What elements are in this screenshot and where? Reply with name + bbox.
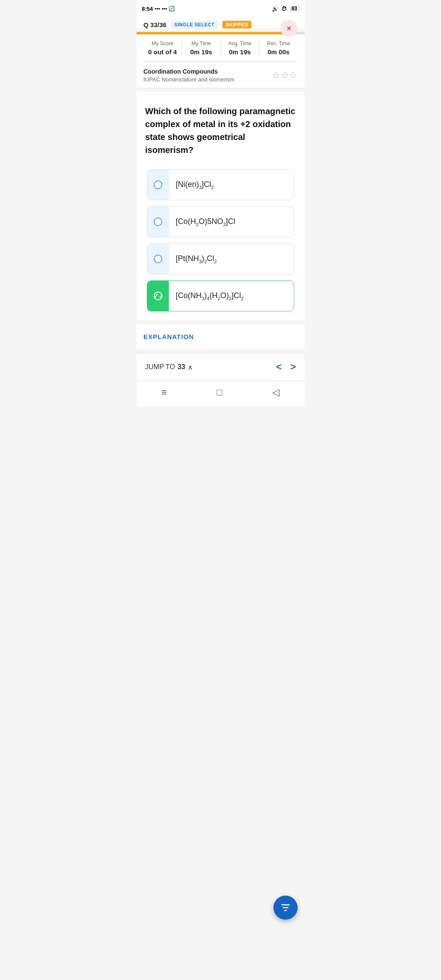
skipped-badge: SKIPPED <box>222 21 252 28</box>
question-text: Which of the following paramagnetic comp… <box>145 105 296 156</box>
my-score-label: My Score <box>147 40 178 47</box>
option-a-bar <box>147 170 169 200</box>
my-score-value: 0 out of 4 <box>147 48 178 56</box>
menu-icon[interactable]: ≡ <box>161 387 167 398</box>
bottom-nav: ≡ □ ◁ <box>137 380 304 406</box>
option-a[interactable]: [Ni(en)3]Cl2 <box>147 169 294 200</box>
option-a-radio <box>154 180 162 189</box>
question-meta: Q 33/36 SINGLE SELECT SKIPPED <box>143 21 298 28</box>
rec-time-label: Rec. Time <box>263 40 294 47</box>
option-c[interactable]: [Pt(NH3)2Cl2 <box>147 243 294 274</box>
status-time: 8:54 ▪▪▪ ▪▪▪ 🔄 <box>142 6 175 12</box>
jump-nav: < > <box>276 361 296 373</box>
filter-fab-button[interactable] <box>273 896 298 920</box>
option-d-bar: ✓ <box>147 281 169 311</box>
explanation-section: EXPLANATION <box>137 324 304 349</box>
my-time-value: 0m 19s <box>186 48 217 56</box>
my-time-label: My Time <box>186 40 217 47</box>
topic-section: Coordination Compounds IUPAC Nomenclatur… <box>137 62 304 88</box>
question-area: Which of the following paramagnetic comp… <box>137 92 304 320</box>
option-c-radio <box>154 255 162 263</box>
close-button[interactable]: × <box>280 20 298 37</box>
avg-time-label: Avg. Time <box>224 40 256 47</box>
question-number: Q 33/36 <box>143 21 166 28</box>
jump-to-left[interactable]: JUMP TO 33 ∧ <box>145 363 193 371</box>
option-a-content: [Ni(en)3]Cl2 <box>169 174 294 196</box>
topic-main: Coordination Compounds <box>143 68 234 75</box>
option-c-bar <box>147 244 169 274</box>
option-b[interactable]: [Co(H2O)5NO2]Cl <box>147 206 294 237</box>
filter-icon <box>280 902 291 913</box>
single-select-badge: SINGLE SELECT <box>171 21 218 28</box>
prev-button[interactable]: < <box>276 361 282 373</box>
next-button[interactable]: > <box>290 361 296 373</box>
avg-time-value: 0m 19s <box>224 48 256 56</box>
option-b-content: [Co(H2O)5NO2]Cl <box>169 211 294 233</box>
option-d-radio: ✓ <box>154 292 162 300</box>
score-row-wrapper: My Score 0 out of 4 My Time 0m 19s Avg. … <box>137 34 304 62</box>
header: Q 33/36 SINGLE SELECT SKIPPED × <box>137 16 304 28</box>
score-row: My Score 0 out of 4 My Time 0m 19s Avg. … <box>143 34 298 62</box>
rec-time-value: 0m 00s <box>263 48 294 56</box>
jump-to-label: JUMP TO <box>145 363 175 371</box>
back-icon[interactable]: ◁ <box>272 387 280 398</box>
star-icon[interactable]: ☆☆☆ <box>272 70 298 81</box>
avg-time-cell: Avg. Time 0m 19s <box>221 40 260 56</box>
option-b-radio <box>154 218 162 226</box>
rec-time-cell: Rec. Time 0m 00s <box>259 40 298 56</box>
status-bar: 8:54 ▪▪▪ ▪▪▪ 🔄 🔊 ⏱ 83 <box>137 0 304 16</box>
option-d-content: [Co(NH3)4(H2O)2]Cl2 <box>169 285 294 307</box>
option-b-bar <box>147 207 169 237</box>
jump-chevron-icon: ∧ <box>188 363 193 371</box>
my-score-cell: My Score 0 out of 4 <box>143 40 182 56</box>
home-icon[interactable]: □ <box>217 387 222 398</box>
option-c-content: [Pt(NH3)2Cl2 <box>169 248 294 270</box>
my-time-cell: My Time 0m 19s <box>182 40 221 56</box>
explanation-label[interactable]: EXPLANATION <box>143 333 298 340</box>
jump-to-number: 33 <box>177 363 185 371</box>
options-container: [Ni(en)3]Cl2 [Co(H2O)5NO2]Cl [Pt(NH3)2Cl… <box>145 169 296 311</box>
option-d[interactable]: ✓ [Co(NH3)4(H2O)2]Cl2 <box>147 280 294 311</box>
topic-text: Coordination Compounds IUPAC Nomenclatur… <box>143 68 234 83</box>
topic-sub: IUPAC Nomenclature and isomerism <box>143 76 234 83</box>
status-indicators: 🔊 ⏱ 83 <box>272 5 299 12</box>
jump-to-bar: JUMP TO 33 ∧ < > <box>137 353 304 380</box>
